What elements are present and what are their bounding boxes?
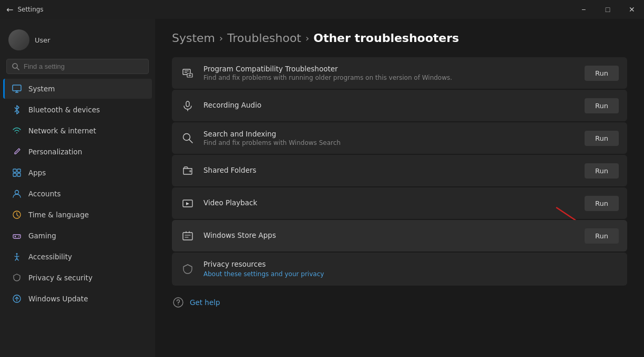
svg-line-1 xyxy=(17,68,19,70)
accounts-icon xyxy=(12,188,22,199)
video-playback-text: Video Playback xyxy=(203,198,576,208)
recording-audio-icon xyxy=(180,98,195,113)
titlebar: ← Settings − □ ✕ xyxy=(0,0,644,19)
privacy-icon xyxy=(12,272,22,283)
nav-item-personalization[interactable]: Personalization xyxy=(3,142,152,162)
breadcrumb: System › Troubleshoot › Other troublesho… xyxy=(172,32,627,45)
nav-label-personalization: Personalization xyxy=(28,148,82,156)
sidebar: User System Bluetooth & devices xyxy=(0,19,155,357)
privacy-resources-item: Privacy resources About these settings a… xyxy=(172,253,627,286)
minimize-button[interactable]: − xyxy=(571,0,596,19)
svg-point-31 xyxy=(178,304,179,306)
nav-label-gaming: Gaming xyxy=(28,232,56,240)
nav-item-accounts[interactable]: Accounts xyxy=(3,184,152,204)
search-input[interactable] xyxy=(24,62,143,70)
privacy-resources-link[interactable]: About these settings and your privacy xyxy=(203,270,324,278)
svg-rect-7 xyxy=(17,169,21,172)
search-indexing-title: Search and Indexing xyxy=(203,130,576,138)
svg-rect-29 xyxy=(183,233,192,240)
nav-item-apps[interactable]: Apps xyxy=(3,163,152,183)
nav-item-bluetooth[interactable]: Bluetooth & devices xyxy=(3,100,152,120)
svg-rect-8 xyxy=(13,173,16,176)
run-button-video-playback[interactable]: Run xyxy=(585,196,619,211)
nav-label-accessibility: Accessibility xyxy=(28,253,72,261)
svg-line-26 xyxy=(189,140,192,143)
close-button[interactable]: ✕ xyxy=(620,0,644,19)
run-button-search-indexing[interactable]: Run xyxy=(585,131,619,146)
maximize-button[interactable]: □ xyxy=(596,0,620,19)
windows-store-text: Windows Store Apps xyxy=(203,231,576,240)
search-box[interactable] xyxy=(6,59,149,74)
svg-point-16 xyxy=(16,253,18,255)
troubleshooter-video-playback: Video Playback Run xyxy=(172,187,627,219)
apps-icon xyxy=(12,167,22,178)
windows-update-icon xyxy=(12,293,22,304)
program-compat-desc: Find and fix problems with running older… xyxy=(203,74,576,81)
breadcrumb-troubleshoot[interactable]: Troubleshoot xyxy=(227,32,301,45)
breadcrumb-sep-1: › xyxy=(219,33,223,44)
video-playback-title: Video Playback xyxy=(203,198,576,207)
svg-rect-2 xyxy=(13,85,21,91)
search-indexing-icon xyxy=(180,131,195,145)
nav-item-privacy[interactable]: Privacy & security xyxy=(3,268,152,288)
search-indexing-desc: Find and fix problems with Windows Searc… xyxy=(203,139,576,146)
breadcrumb-current: Other troubleshooters xyxy=(313,32,459,45)
shared-folders-title: Shared Folders xyxy=(203,166,576,174)
get-help-label[interactable]: Get help xyxy=(190,298,220,307)
nav-label-network: Network & internet xyxy=(28,127,96,135)
user-profile: User xyxy=(0,25,155,59)
nav-item-gaming[interactable]: Gaming xyxy=(3,226,152,246)
back-icon[interactable]: ← xyxy=(6,5,13,15)
run-button-recording-audio[interactable]: Run xyxy=(585,98,619,113)
nav-label-privacy: Privacy & security xyxy=(28,274,93,282)
windows-store-title: Windows Store Apps xyxy=(203,231,576,239)
program-compat-text: Program Compatibility Troubleshooter Fin… xyxy=(203,65,576,81)
gaming-icon xyxy=(12,230,22,241)
nav-item-network[interactable]: Network & internet xyxy=(3,121,152,141)
troubleshooter-recording-audio: Recording Audio Run xyxy=(172,90,627,121)
content-area: System › Troubleshoot › Other troublesho… xyxy=(155,19,644,357)
accessibility-icon xyxy=(12,251,22,262)
nav-label-windows-update: Windows Update xyxy=(28,295,88,303)
privacy-resources-icon xyxy=(180,262,195,277)
nav-item-system[interactable]: System xyxy=(3,79,152,99)
titlebar-title: Settings xyxy=(17,6,43,13)
program-compat-title: Program Compatibility Troubleshooter xyxy=(203,65,576,73)
nav-item-accessibility[interactable]: Accessibility xyxy=(3,247,152,267)
user-info: User xyxy=(35,36,147,44)
nav-label-system: System xyxy=(28,85,55,93)
troubleshooter-shared-folders: Shared Folders Run xyxy=(172,155,627,186)
nav-label-bluetooth: Bluetooth & devices xyxy=(28,106,100,114)
troubleshooter-program-compat: Program Compatibility Troubleshooter Fin… xyxy=(172,57,627,89)
nav-label-accounts: Accounts xyxy=(28,190,61,198)
svg-point-15 xyxy=(19,236,20,237)
breadcrumb-system[interactable]: System xyxy=(172,32,215,45)
shared-folders-icon xyxy=(180,163,195,178)
run-button-shared-folders[interactable]: Run xyxy=(585,163,619,178)
network-icon xyxy=(12,125,22,136)
svg-rect-23 xyxy=(186,101,189,107)
troubleshooter-windows-store: Windows Store Apps Run xyxy=(172,220,627,251)
get-help: Get help xyxy=(172,294,627,311)
avatar xyxy=(8,29,29,50)
breadcrumb-sep-2: › xyxy=(305,33,309,44)
video-playback-icon xyxy=(180,196,195,211)
privacy-resources-title: Privacy resources xyxy=(203,260,619,268)
get-help-icon xyxy=(172,296,185,309)
svg-rect-9 xyxy=(17,173,21,176)
windows-store-icon xyxy=(180,228,195,243)
search-icon xyxy=(12,63,19,70)
search-indexing-text: Search and Indexing Find and fix problem… xyxy=(203,130,576,146)
recording-audio-text: Recording Audio xyxy=(203,101,576,110)
privacy-resources-text: Privacy resources About these settings a… xyxy=(203,260,619,278)
nav-item-time[interactable]: Time & language xyxy=(3,205,152,225)
recording-audio-title: Recording Audio xyxy=(203,101,576,109)
svg-rect-6 xyxy=(13,169,16,172)
run-button-program-compat[interactable]: Run xyxy=(585,66,619,81)
system-icon xyxy=(12,83,22,94)
bluetooth-icon xyxy=(12,104,22,115)
nav-item-windows-update[interactable]: Windows Update xyxy=(3,289,152,309)
run-button-windows-store[interactable]: Run xyxy=(585,228,619,244)
svg-point-14 xyxy=(18,236,19,237)
time-icon xyxy=(12,209,22,220)
